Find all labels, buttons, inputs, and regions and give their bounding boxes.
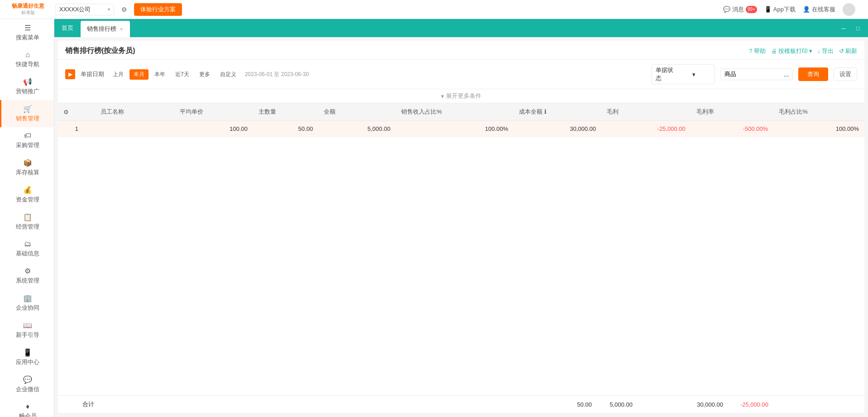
footer-cost: 30,000.00	[683, 396, 729, 413]
wechat-icon: 💬	[23, 375, 32, 384]
date-tab-7days[interactable]: 近7天	[171, 69, 193, 80]
sidebar-item-sales[interactable]: 🛒 销售管理	[0, 100, 54, 127]
table-header-row: ⚙ 员工名称 平均单价 主数量 全额 销售收入占比% 成本全额 ℹ 毛利 毛利率…	[58, 103, 864, 121]
company-selector[interactable]: XXXXX公司 ▾	[55, 4, 114, 15]
footer-empty1	[58, 396, 77, 413]
footer-table: 合计 50.00 5,000.00 30,000.00 -25,000.00	[58, 396, 864, 413]
date-range-display: 2023-06-01 至 2023-06-30	[245, 71, 309, 78]
refresh-button[interactable]: ↺ 刷新	[839, 47, 857, 55]
online-service-label: 在线客服	[812, 5, 835, 14]
app-logo: 畅康通好生意 标准版	[5, 3, 51, 15]
expand-more-button[interactable]: ▾ 展开更多条件	[441, 92, 481, 100]
notification-label: 消息	[732, 5, 744, 14]
th-gross: 毛利	[601, 103, 691, 121]
sidebar-item-guide[interactable]: 📖 新手引导	[0, 316, 54, 344]
tab-home-label: 首页	[62, 24, 73, 32]
th-avg-price: 平均单价	[174, 103, 253, 121]
sidebar-item-purchase[interactable]: 🏷 采购管理	[0, 127, 54, 154]
column-settings-icon[interactable]: ⚙	[63, 109, 69, 115]
avatar[interactable]	[843, 3, 855, 16]
logo-subtitle: 标准版	[21, 10, 35, 16]
minimize-button[interactable]: ─	[837, 22, 850, 34]
main-layout: ☰ 搜索菜单 ⌂ 快捷导航 📢 营销推广 🛒 销售管理 🏷 采购管理 📦 库存核…	[0, 19, 868, 417]
sidebar-item-appcenter[interactable]: 📱 应用中心	[0, 344, 54, 371]
print-button[interactable]: 🖨 按模板打印 ▾	[771, 47, 812, 55]
date-tabs: 上月 本月 本年 近7天 更多 自定义	[109, 69, 240, 80]
help-button[interactable]: ? 帮助	[749, 47, 765, 55]
sidebar-item-label: 营销推广	[16, 87, 39, 96]
export-button[interactable]: ↓ 导出	[818, 47, 834, 55]
tab-home[interactable]: 首页	[54, 19, 81, 37]
td-amount: 5,000.00	[318, 121, 396, 137]
sidebar-item-baseinfo[interactable]: 🗂 基础信息	[0, 235, 54, 262]
sidebar-item-wechat[interactable]: 💬 企业微信	[0, 371, 54, 398]
date-tab-custom[interactable]: 自定义	[216, 69, 240, 80]
export-icon: ↓	[818, 48, 821, 54]
footer-empty4	[774, 396, 819, 413]
help-icon: ?	[749, 48, 752, 54]
tab-sales-ranking[interactable]: 销售排行榜 ×	[81, 21, 130, 37]
app-download-label: App下载	[773, 5, 796, 14]
sidebar: ☰ 搜索菜单 ⌂ 快捷导航 📢 营销推广 🛒 销售管理 🏷 采购管理 📦 库存核…	[0, 19, 54, 417]
trial-button[interactable]: 体验行业方案	[134, 3, 182, 16]
date-tab-more[interactable]: 更多	[195, 69, 214, 80]
footer-total-label: 合计	[77, 396, 525, 413]
sidebar-item-quicknav[interactable]: ⌂ 快捷导航	[0, 46, 54, 73]
service-icon: 👤	[803, 6, 810, 13]
date-filter-label: 单据日期	[81, 70, 104, 78]
goods-filter[interactable]: 商品 ...	[720, 68, 793, 80]
maximize-button[interactable]: □	[852, 22, 864, 34]
setting-button[interactable]: 设置	[834, 67, 857, 81]
date-tab-this-year[interactable]: 本年	[150, 69, 169, 80]
online-service-button[interactable]: 👤 在线客服	[803, 5, 835, 14]
query-button[interactable]: 查询	[798, 67, 828, 81]
sidebar-item-member[interactable]: ♦ 畅会员	[0, 398, 54, 417]
chevron-down-icon: ▾	[441, 93, 444, 100]
date-tab-last-month[interactable]: 上月	[109, 69, 128, 80]
th-amount: 全额	[318, 103, 396, 121]
purchase-icon: 🏷	[24, 132, 31, 140]
tabs-right-actions: ─ □	[837, 22, 868, 34]
page-content: 销售排行榜(按业务员) ? 帮助 🖨 按模板打印 ▾ ↓ 导出	[58, 41, 864, 413]
inventory-icon: 📦	[23, 158, 32, 167]
content-area: 首页 销售排行榜 × ─ □ 销售排行榜(按业务员)	[54, 19, 868, 417]
th-settings: ⚙	[58, 103, 95, 121]
sidebar-item-search[interactable]: ☰ 搜索菜单	[0, 19, 54, 46]
print-label: 按模板打印	[778, 47, 808, 55]
th-name: 员工名称	[95, 103, 174, 121]
sidebar-item-label: 库存核算	[16, 168, 39, 177]
filter-expand-icon[interactable]: ▶	[65, 69, 75, 79]
date-tab-this-month[interactable]: 本月	[129, 69, 149, 80]
app-download-button[interactable]: 📱 App下载	[764, 5, 796, 14]
status-filter[interactable]: 单据状态 ▾	[652, 64, 715, 84]
minimize-icon: ─	[841, 25, 845, 32]
top-right-actions: 💬 消息 99+ 📱 App下载 👤 在线客服	[723, 3, 863, 16]
footer-empty2	[525, 396, 561, 413]
td-name	[95, 121, 174, 137]
sidebar-item-label: 经营管理	[16, 223, 39, 231]
notification-button[interactable]: 💬 消息 99+	[723, 5, 757, 14]
page-header: 销售排行榜(按业务员) ? 帮助 🖨 按模板打印 ▾ ↓ 导出	[58, 41, 864, 60]
sidebar-item-marketing[interactable]: 📢 营销推广	[0, 73, 54, 100]
mobile-icon: 📱	[764, 6, 772, 13]
notification-icon: 💬	[723, 6, 730, 13]
top-bar: 畅康通好生意 标准版 XXXXX公司 ▾ ⚙ 体验行业方案 💬 消息 99+ 📱…	[0, 0, 868, 19]
footer-empty3	[638, 396, 683, 413]
sidebar-item-system[interactable]: ⚙ 系统管理	[0, 262, 54, 289]
sidebar-item-cooperation[interactable]: 🏢 企业协同	[0, 289, 54, 316]
sidebar-item-label: 资金管理	[16, 196, 39, 204]
sidebar-item-finance[interactable]: 💰 资金管理	[0, 181, 54, 208]
sidebar-item-label: 应用中心	[16, 358, 39, 366]
settings-icon[interactable]: ⚙	[118, 3, 130, 16]
footer-amount: 5,000.00	[597, 396, 638, 413]
table-footer: 合计 50.00 5,000.00 30,000.00 -25,000.00	[58, 395, 864, 413]
guide-icon: 📖	[23, 321, 32, 330]
sidebar-item-label: 企业微信	[16, 385, 39, 393]
tab-close-icon[interactable]: ×	[119, 25, 124, 33]
sidebar-item-inventory[interactable]: 📦 库存核算	[0, 154, 54, 181]
sidebar-item-label: 搜索菜单	[16, 34, 39, 42]
data-table: ⚙ 员工名称 平均单价 主数量 全额 销售收入占比% 成本全额 ℹ 毛利 毛利率…	[58, 103, 864, 137]
sidebar-item-operation[interactable]: 📋 经营管理	[0, 208, 54, 235]
member-icon: ♦	[26, 403, 29, 411]
sidebar-item-label: 畅会员	[19, 412, 37, 417]
